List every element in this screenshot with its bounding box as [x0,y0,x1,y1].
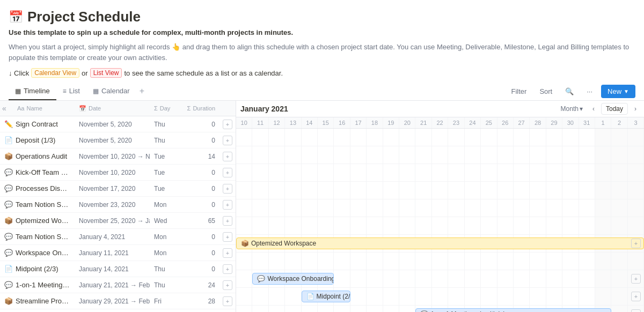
date-cell-15: 25 [481,117,497,128]
table-row[interactable]: 💬 Workspace Onboarding January 11, 2021 … [0,245,236,261]
table-row[interactable]: 💬 Final Check-in February 20, 2021 Sat 0… [0,309,236,312]
timeline-cell-1-5 [318,146,334,164]
tab-list[interactable]: ≡ List [56,83,86,100]
timeline-cell-9-1 [252,288,268,305]
timeline-cell-9-12 [432,288,448,305]
table-row[interactable]: 📦 Operations Audit November 10, 2020 → N… [0,148,236,165]
add-row-button-1[interactable]: + [223,136,232,145]
timeline-cell-4-16 [497,199,514,217]
new-button[interactable]: New ▼ [601,85,635,98]
timeline-cell-3-5 [318,182,334,199]
timeline-add-button-8[interactable]: + [631,274,641,284]
timeline-cell-0-18 [530,129,546,146]
gantt-bar-10[interactable]: 💬1-on-1 Meetings (multiple) [415,308,611,312]
timeline-rows: 📦Optemized Workspace+💬Workspace Onboardi… [236,129,644,312]
timeline-cell-5-13 [448,217,464,234]
date-cell-23: 2 [611,117,627,128]
table-row[interactable]: 📄 Midpoint (2/3) January 14, 2021 Thu 0 … [0,261,236,277]
col-date-header: 📅 Date [75,102,150,115]
search-icon[interactable]: 🔍 [561,85,578,98]
add-row-button-3[interactable]: + [223,168,232,177]
filter-button[interactable]: Filter [507,85,531,98]
timeline-cell-7-2 [269,252,285,270]
gantt-bar-6[interactable]: 📦Optemized Workspace [236,237,644,249]
timeline-add-button-6[interactable]: + [631,239,641,248]
row-icon-1: 📄 [4,136,13,144]
timeline-cell-9-3 [285,288,301,305]
list-view-link[interactable]: List View [90,68,122,78]
timeline-cell-3-1 [252,182,268,199]
row-icon-8: 💬 [4,249,13,257]
timeline-cell-5-1 [252,217,268,234]
add-view-button[interactable]: + [136,82,148,100]
add-row-button-6[interactable]: + [223,216,232,226]
timeline-cell-2-14 [465,164,481,181]
link-middle: or [82,69,88,77]
timeline-tab-icon: ▦ [15,87,21,95]
add-row-button-4[interactable]: + [223,184,232,194]
timeline-cell-1-22 [595,146,611,164]
timeline-cell-8-13 [448,270,464,287]
timeline-cell-4-22 [595,199,611,217]
cell-plus-7: + [219,232,236,242]
gantt-bar-9[interactable]: 📄Midpoint (2/3) [302,291,350,302]
left-panel: « Aa Name 📅 Date Σ Day Σ Duration [0,101,236,312]
cell-plus-4: + [219,184,236,194]
timeline-add-button-10[interactable]: + [631,309,641,312]
timeline-cell-2-23 [611,164,627,181]
timeline-cell-5-22 [595,217,611,234]
add-row-button-5[interactable]: + [223,200,232,210]
cell-date-5: November 23, 2020 [75,197,150,212]
table-row[interactable]: 💬 Kick-Off Team meeting November 10, 202… [0,165,236,181]
timeline-cell-1-8 [367,146,383,164]
tab-timeline[interactable]: ▦ Timeline [9,83,56,100]
today-button[interactable]: Today [601,103,628,115]
timeline-cells-3 [236,182,644,199]
calendar-view-link[interactable]: Calendar View [31,68,79,78]
table-row[interactable]: 📄 Deposit (1/3) November 5, 2020 Thu 0 + [0,132,236,148]
next-month-button[interactable]: › [631,104,640,114]
prev-month-button[interactable]: ‹ [589,104,598,114]
timeline-cell-5-24 [628,217,644,234]
table-row[interactable]: 💬 Processes Discussion November 17, 2020… [0,181,236,197]
gantt-bar-8[interactable]: 💬Workspace Onboarding [252,273,334,285]
timeline-dates: 1011121314151617181920212223242526272829… [236,117,644,129]
add-row-button-2[interactable]: + [223,152,232,161]
more-options-icon[interactable]: ··· [582,85,597,98]
table-row[interactable]: 📦 Optemized Workspace November 25, 2020 … [0,213,236,229]
timeline-cell-9-19 [546,288,562,305]
timeline-cell-7-1 [252,252,268,270]
cell-date-0: November 5, 2020 [75,117,150,132]
cell-day-12: Sat [150,310,182,313]
month-view-button[interactable]: Month ▾ [558,104,586,114]
col-dur-label: Duration [193,105,215,112]
table-row[interactable]: 💬 1-on-1 Meetings (multip January 21, 20… [0,277,236,293]
add-row-button-8[interactable]: + [223,248,232,258]
new-button-dropdown-icon: ▼ [624,88,629,94]
timeline-cell-8-18 [530,270,546,287]
row-icon-4: 💬 [4,184,13,192]
timeline-add-button-9[interactable]: + [631,292,641,301]
timeline-cell-9-0 [236,288,252,305]
page-title: Project Schedule [27,9,141,25]
timeline-cell-1-13 [448,146,464,164]
timeline-cell-9-8 [367,288,383,305]
add-row-button-10[interactable]: + [223,280,232,290]
table-row[interactable]: 💬 Team Notion Sprint January 4, 2021 Mon… [0,229,236,245]
timeline-cell-9-23 [611,288,627,305]
add-row-button-11[interactable]: + [223,296,232,306]
tab-calendar[interactable]: ▦ Calendar [86,83,136,100]
timeline-cell-0-6 [334,129,350,146]
sort-button[interactable]: Sort [535,85,557,98]
add-row-button-9[interactable]: + [223,264,232,274]
table-row[interactable]: ✏️ Sign Contract November 5, 2020 Thu 0 … [0,116,236,132]
cell-name-3: 💬 Kick-Off Team meeting [0,165,75,180]
timeline-cell-0-4 [302,129,318,146]
add-row-button-7[interactable]: + [223,232,232,242]
timeline-cell-0-21 [579,129,595,146]
collapse-panel-icon[interactable]: « [0,101,13,116]
add-row-button-0[interactable]: + [223,120,232,129]
table-row[interactable]: 📦 Streamline Processes January 29, 2021 … [0,293,236,309]
table-row[interactable]: 💬 Team Notion Sprint November 23, 2020 M… [0,197,236,213]
timeline-cell-4-4 [302,199,318,217]
